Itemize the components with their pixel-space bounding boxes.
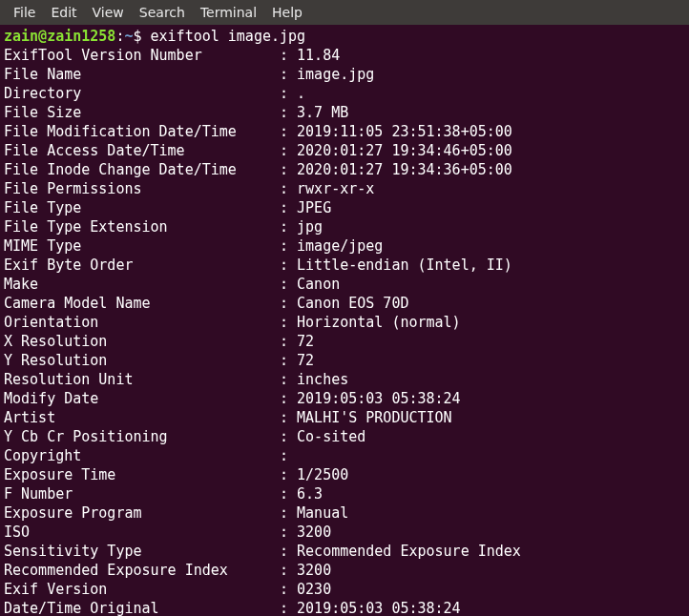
output-row: File Size : 3.7 MB: [4, 103, 685, 122]
output-colon: :: [280, 485, 297, 503]
output-colon: :: [280, 180, 297, 197]
output-row: File Modification Date/Time : 2019:11:05…: [4, 122, 685, 141]
output-colon: :: [280, 371, 297, 388]
output-row: File Access Date/Time : 2020:01:27 19:34…: [4, 141, 685, 160]
output-colon: :: [280, 237, 297, 255]
output-key: Copyright: [4, 447, 280, 464]
output-key: File Permissions: [4, 180, 280, 197]
output-value: image/jpeg: [297, 237, 383, 255]
output-key: File Type: [4, 199, 280, 216]
output-value: 1/2500: [297, 466, 348, 483]
output-row: Y Resolution : 72: [4, 351, 685, 370]
output-row: ISO : 3200: [4, 523, 685, 542]
output-value: 3.7 MB: [297, 104, 348, 121]
output-colon: :: [280, 333, 297, 350]
output-colon: :: [280, 314, 297, 331]
output-key: Recommended Exposure Index: [4, 562, 280, 579]
output-colon: :: [280, 66, 297, 83]
output-value: Co-sited: [297, 428, 365, 445]
output-row: Camera Model Name : Canon EOS 70D: [4, 294, 685, 313]
output-colon: :: [280, 543, 297, 560]
output-key: Camera Model Name: [4, 295, 280, 312]
menu-view[interactable]: View: [85, 0, 132, 25]
output-value: image.jpg: [297, 66, 374, 83]
output-row: File Inode Change Date/Time : 2020:01:27…: [4, 160, 685, 179]
output-value: 2020:01:27 19:34:46+05:00: [297, 142, 512, 159]
output-value: 0230: [297, 581, 331, 598]
output-value: inches: [297, 371, 348, 388]
output-row: File Type : JPEG: [4, 198, 685, 217]
output-value: Manual: [297, 504, 348, 522]
output-colon: :: [280, 295, 297, 312]
output-colon: :: [280, 123, 297, 140]
output-key: Orientation: [4, 314, 280, 331]
output-row: Date/Time Original : 2019:05:03 05:38:24: [4, 599, 685, 616]
output-key: Directory: [4, 85, 280, 102]
output-colon: :: [280, 390, 297, 407]
output-row: Exif Version : 0230: [4, 580, 685, 599]
terminal-area[interactable]: zain@zain1258:~$ exiftool image.jpg Exif…: [0, 25, 689, 616]
prompt-command: exiftool image.jpg: [151, 28, 306, 45]
output-colon: :: [280, 104, 297, 121]
output-row: File Type Extension : jpg: [4, 217, 685, 236]
output-key: X Resolution: [4, 333, 280, 350]
menu-edit[interactable]: Edit: [43, 0, 84, 25]
prompt-user-host: zain@zain1258: [4, 28, 115, 45]
output-colon: :: [280, 524, 297, 541]
output-colon: :: [280, 199, 297, 216]
menu-help[interactable]: Help: [264, 0, 310, 25]
output-row: Exif Byte Order : Little-endian (Intel, …: [4, 256, 685, 275]
output-key: ISO: [4, 524, 280, 541]
output-value: 6.3: [297, 485, 323, 503]
output-value: Little-endian (Intel, II): [297, 257, 512, 274]
menu-search[interactable]: Search: [132, 0, 193, 25]
menu-file[interactable]: File: [6, 0, 43, 25]
output-key: File Access Date/Time: [4, 142, 280, 159]
output-colon: :: [280, 600, 297, 616]
output-row: F Number : 6.3: [4, 484, 685, 503]
output-key: ExifTool Version Number: [4, 47, 280, 64]
output-row: Y Cb Cr Positioning : Co-sited: [4, 427, 685, 446]
output-key: Exposure Time: [4, 466, 280, 483]
output-value: Canon EOS 70D: [297, 295, 408, 312]
output-value: JPEG: [297, 199, 331, 216]
output-colon: :: [280, 218, 297, 236]
output-key: File Modification Date/Time: [4, 123, 280, 140]
output-row: Recommended Exposure Index : 3200: [4, 561, 685, 580]
output-colon: :: [280, 581, 297, 598]
output-value: 72: [297, 352, 314, 369]
output-colon: :: [280, 352, 297, 369]
output-value: 3200: [297, 562, 331, 579]
output-row: File Permissions : rwxr-xr-x: [4, 179, 685, 198]
output-value: Recommended Exposure Index: [297, 543, 521, 560]
output-colon: :: [280, 142, 297, 159]
output-row: Modify Date : 2019:05:03 05:38:24: [4, 389, 685, 408]
output-rows: ExifTool Version Number : 11.84File Name…: [4, 46, 685, 616]
output-row: Orientation : Horizontal (normal): [4, 313, 685, 332]
output-key: File Size: [4, 104, 280, 121]
output-value: MALHI'S PRODUCTION: [297, 409, 452, 426]
output-value: Horizontal (normal): [297, 314, 461, 331]
output-value: 2020:01:27 19:34:36+05:00: [297, 161, 512, 178]
menu-terminal[interactable]: Terminal: [193, 0, 264, 25]
output-row: Exposure Time : 1/2500: [4, 465, 685, 484]
output-value: 2019:05:03 05:38:24: [297, 390, 461, 407]
output-key: Make: [4, 276, 280, 293]
output-colon: :: [280, 257, 297, 274]
output-row: File Name : image.jpg: [4, 65, 685, 84]
output-row: Directory : .: [4, 84, 685, 103]
output-key: Resolution Unit: [4, 371, 280, 388]
output-colon: :: [280, 47, 297, 64]
output-row: X Resolution : 72: [4, 332, 685, 351]
menubar: File Edit View Search Terminal Help: [0, 0, 689, 25]
prompt-dollar: $: [133, 28, 150, 45]
output-value: .: [297, 85, 305, 102]
output-key: Exif Byte Order: [4, 257, 280, 274]
output-row: Make : Canon: [4, 275, 685, 294]
output-value: 72: [297, 333, 314, 350]
output-colon: :: [280, 504, 297, 522]
output-key: Modify Date: [4, 390, 280, 407]
output-key: Sensitivity Type: [4, 543, 280, 560]
output-colon: :: [280, 161, 297, 178]
output-colon: :: [280, 409, 297, 426]
